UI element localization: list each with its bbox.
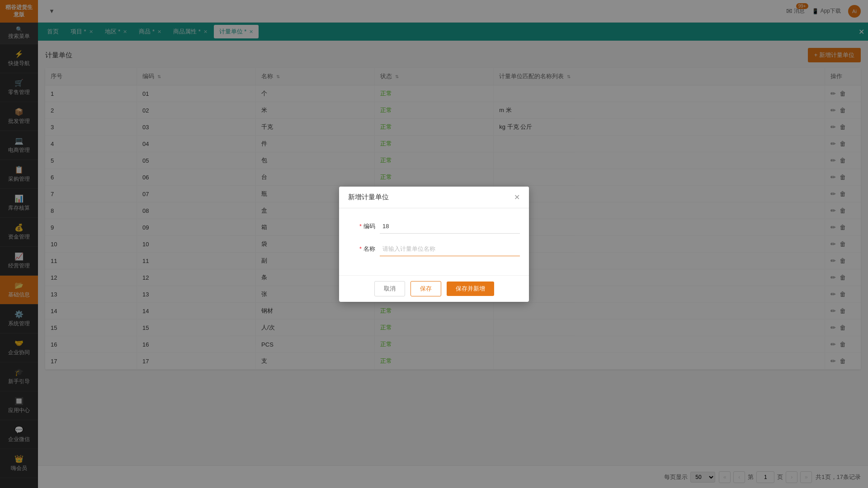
- modal-title: 新增计量单位: [348, 193, 389, 202]
- code-label: 编码: [348, 222, 375, 230]
- add-measure-unit-modal: 新增计量单位 ✕ 编码 名称 取消 保存 保存并新增: [339, 187, 529, 302]
- cancel-button[interactable]: 取消: [374, 281, 405, 296]
- save-and-new-button[interactable]: 保存并新增: [447, 282, 494, 296]
- modal-header: 新增计量单位 ✕: [339, 187, 529, 208]
- modal-footer: 取消 保存 保存并新增: [339, 275, 529, 302]
- modal-overlay[interactable]: 新增计量单位 ✕ 编码 名称 取消 保存 保存并新增: [0, 0, 868, 488]
- code-input[interactable]: [380, 219, 520, 234]
- save-button[interactable]: 保存: [410, 281, 441, 296]
- name-label: 名称: [348, 245, 375, 253]
- modal-close-button[interactable]: ✕: [514, 193, 520, 202]
- form-row-name: 名称: [348, 242, 520, 256]
- name-input[interactable]: [380, 242, 520, 256]
- form-row-code: 编码: [348, 219, 520, 234]
- modal-body: 编码 名称: [339, 208, 529, 275]
